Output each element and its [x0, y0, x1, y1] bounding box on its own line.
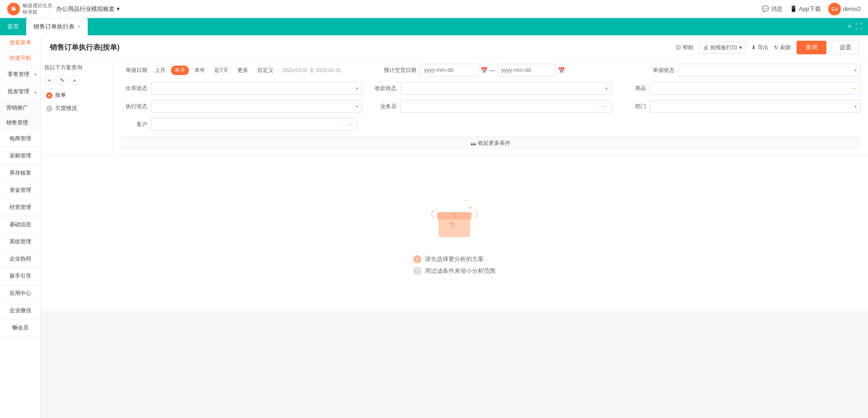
sidebar-item-vip[interactable]: 畅会员: [0, 319, 40, 337]
logo-text: 畅捷通好生意 标准版: [23, 3, 52, 14]
download-icon: 📱: [790, 5, 797, 12]
sidebar-item-quick-nav[interactable]: 快捷导航: [0, 51, 40, 66]
exec-status-label: 执行状态: [120, 103, 147, 110]
app-selector[interactable]: 办公用品行业模拟账套 ▾: [56, 5, 120, 13]
date-tab-last-7[interactable]: 近7天: [211, 66, 232, 75]
tab-sales-order-exec[interactable]: 销售订单执行表 ×: [26, 18, 88, 35]
collapse-more-btn[interactable]: ▴▴ 收起更多条件: [120, 136, 861, 150]
dept-arrow-icon: ▾: [854, 104, 857, 109]
tab-close-icon[interactable]: ×: [77, 24, 80, 30]
message-icon: 💬: [762, 5, 769, 12]
sidebar-item-wholesale[interactable]: 批发管理 ▴: [0, 83, 40, 100]
order-status-select[interactable]: ▾: [678, 64, 861, 76]
refresh-btn[interactable]: ↻ 刷新: [774, 44, 791, 52]
filter-right-panel: 单据日期 上月 本月 本年 近7天 更多 自定义 2023-03-01 至 20…: [113, 58, 868, 155]
date-tab-this-month[interactable]: 本月: [171, 66, 189, 75]
sidebar-item-operations[interactable]: 经营管理: [0, 199, 40, 216]
scheme-by-order[interactable]: ● 按单: [44, 89, 109, 102]
export-icon: ⬇: [751, 44, 756, 51]
filter-row-2: 出库状态 ▾ 收款状态 ▾: [120, 82, 861, 95]
salesperson-dots-btn[interactable]: ···: [602, 103, 608, 110]
sidebar-item-inventory[interactable]: 库存核算: [0, 165, 40, 182]
customer-dots-btn[interactable]: ···: [348, 121, 353, 128]
collapse-icon: ▴▴: [471, 140, 476, 147]
sidebar-item-zero-retail[interactable]: 零售管理 ▾: [0, 66, 40, 83]
app-download-btn[interactable]: 📱 App下载: [790, 5, 821, 13]
svg-point-5: [435, 209, 437, 211]
tab-close-all-icon[interactable]: ×: [848, 23, 852, 31]
sidebar-item-enterprise[interactable]: 企业协同: [0, 251, 40, 268]
salesperson-label: 业务员: [369, 103, 396, 110]
nav-tabs: 首页 销售订单执行表 × × ⛶: [0, 18, 868, 35]
date-separator: —: [490, 67, 495, 74]
print-chevron-icon: ▾: [739, 44, 742, 51]
filter-row-3: 执行状态 ▾ 业务员 ···: [120, 100, 861, 113]
logo-icon: 畅: [7, 3, 20, 15]
help-btn[interactable]: ⓪ 帮助: [675, 44, 693, 52]
print-icon: 🖨: [703, 44, 708, 51]
payment-status-select[interactable]: ▾: [400, 82, 611, 95]
sidebar-item-app-center[interactable]: 应用中心: [0, 285, 40, 302]
payment-status-label: 收款状态: [369, 85, 396, 92]
tab-fullscreen-icon[interactable]: ⛶: [855, 23, 863, 31]
empty-state: ? 1 请先选择要分析的方案 2 用过滤条件来缩小分析范围: [41, 156, 868, 311]
user-area[interactable]: × Ea demo2: [828, 3, 861, 15]
sidebar-item-basic-info[interactable]: 基础信息: [0, 216, 40, 233]
date-tabs: 上月 本月 本年 近7天 更多 自定义: [151, 66, 277, 75]
empty-steps: 1 请先选择要分析的方案 2 用过滤条件来缩小分析范围: [413, 255, 495, 275]
calendar-start-icon[interactable]: 📅: [481, 67, 488, 74]
expected-delivery-end[interactable]: [497, 64, 556, 76]
page-header-actions: ⓪ 帮助 🖨 按模板打印 ▾ ⬇ 导出 ↻ 刷新: [675, 41, 859, 54]
delivery-status-label: 出库状态: [120, 85, 147, 92]
date-tab-this-year[interactable]: 本年: [191, 66, 209, 75]
expected-delivery-inputs: 📅 — 📅: [420, 64, 565, 76]
sidebar-item-purchase[interactable]: 采购管理: [0, 147, 40, 165]
order-status-label: 单据状态: [647, 66, 675, 74]
sidebar-item-marketing[interactable]: 营销推广: [0, 100, 40, 115]
date-tab-more[interactable]: 更多: [234, 66, 252, 75]
tab-home[interactable]: 首页: [0, 18, 26, 35]
empty-step-2: 2 用过滤条件来缩小分析范围: [413, 267, 495, 275]
sidebar-item-ecommerce[interactable]: 电商管理: [0, 130, 40, 147]
export-btn[interactable]: ⬇ 导出: [751, 44, 769, 52]
chevron-up-icon: ▴: [34, 89, 37, 94]
sidebar-item-system[interactable]: 系统管理: [0, 233, 40, 251]
payment-arrow-icon: ▾: [605, 86, 608, 91]
sidebar-item-sales-mgmt[interactable]: 销售管理: [0, 115, 40, 130]
delivery-arrow-icon: ▾: [356, 86, 358, 91]
sidebar-search[interactable]: 搜索菜单: [0, 35, 40, 51]
date-tab-custom[interactable]: 自定义: [254, 66, 277, 75]
filter-left-title: 按以下方案查询: [44, 64, 109, 71]
header-left: 畅 畅捷通好生意 标准版 办公用品行业模拟账套 ▾: [7, 3, 120, 15]
edit-scheme-btn[interactable]: ✎: [57, 75, 67, 85]
customer-label: 客户: [120, 121, 147, 128]
date-tab-last-month[interactable]: 上月: [151, 66, 169, 75]
scheme-by-owe[interactable]: ○ 欠货情况: [44, 102, 109, 115]
query-button[interactable]: 查询: [797, 41, 826, 54]
add-scheme-btn[interactable]: +: [44, 75, 54, 85]
expected-delivery-start[interactable]: [420, 64, 479, 76]
avatar: × Ea: [828, 3, 841, 15]
sidebar-item-newbie[interactable]: 新手引导: [0, 268, 40, 285]
empty-step-1: 1 请先选择要分析的方案: [413, 255, 484, 263]
message-btn[interactable]: 💬 消息: [762, 5, 783, 13]
delivery-status-select[interactable]: ▾: [151, 82, 362, 95]
nav-tabs-right: × ⛶: [848, 23, 868, 31]
sidebar: 搜索菜单 快捷导航 零售管理 ▾ 批发管理 ▴ 营销推广 销售管理 电商管理 采…: [0, 35, 41, 418]
svg-point-6: [465, 200, 467, 202]
filter-left-panel: 按以下方案查询 + ✎ « ● 按单 ○ 欠货情况: [41, 58, 113, 155]
template-print-btn[interactable]: 🖨 按模板打印 ▾: [699, 42, 746, 54]
sidebar-item-enterprise-wechat[interactable]: 企业微信: [0, 302, 40, 319]
department-select[interactable]: ▾: [650, 100, 861, 113]
exec-status-select[interactable]: ▾: [151, 100, 362, 113]
help-icon: ⓪: [675, 44, 681, 52]
page-header: 销售订单执行表(按单) ⓪ 帮助 🖨 按模板打印 ▾ ⬇ 导出: [41, 35, 868, 58]
calendar-end-icon[interactable]: 📅: [558, 67, 565, 74]
settings-button[interactable]: 设置: [832, 41, 859, 54]
collapse-left-btn[interactable]: «: [70, 75, 80, 85]
main-layout: 搜索菜单 快捷导航 零售管理 ▾ 批发管理 ▴ 营销推广 销售管理 电商管理 采…: [0, 35, 868, 418]
sidebar-item-finance[interactable]: 资金管理: [0, 182, 40, 199]
empty-illustration: ?: [427, 192, 481, 246]
header-right: 💬 消息 📱 App下载 × Ea demo2: [762, 3, 861, 15]
product-dots-btn[interactable]: ···: [851, 85, 857, 92]
